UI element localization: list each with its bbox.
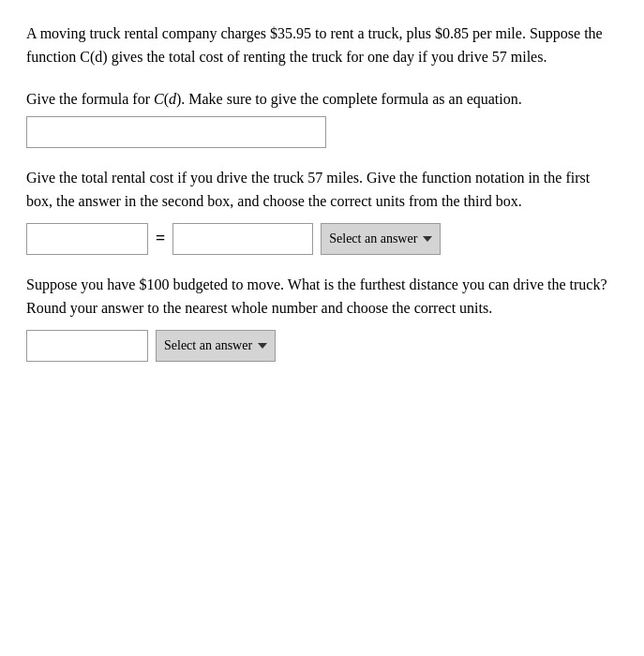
notation-input[interactable] (26, 223, 148, 255)
part3-label-text: Suppose you have $100 budgeted to move. … (26, 274, 618, 321)
part1-block: Give the formula for C(d). Make sure to … (26, 88, 618, 149)
select-answer-label-1: Select an answer (329, 231, 417, 246)
chevron-down-icon-1 (423, 236, 432, 242)
formula-input[interactable] (26, 116, 326, 148)
part1-label-text: Give the formula for C(d). Make sure to … (26, 88, 522, 112)
distance-input[interactable] (26, 330, 148, 362)
chevron-down-icon-2 (258, 343, 267, 349)
answer-input[interactable] (172, 223, 313, 255)
intro-text: A moving truck rental company charges $3… (26, 22, 618, 69)
question-container: A moving truck rental company charges $3… (26, 22, 618, 362)
part2-inputs-row: = Select an answer (26, 223, 618, 255)
part2-label-text: Give the total rental cost if you drive … (26, 167, 618, 214)
part3-inputs-row: Select an answer (26, 330, 618, 362)
select-answer-button-2[interactable]: Select an answer (156, 330, 276, 362)
select-answer-button-1[interactable]: Select an answer (321, 223, 441, 255)
part3-block: Suppose you have $100 budgeted to move. … (26, 274, 618, 362)
part2-block: Give the total rental cost if you drive … (26, 167, 618, 255)
select-answer-label-2: Select an answer (164, 338, 252, 353)
intro-paragraph: A moving truck rental company charges $3… (26, 22, 618, 69)
equals-symbol: = (156, 226, 165, 252)
